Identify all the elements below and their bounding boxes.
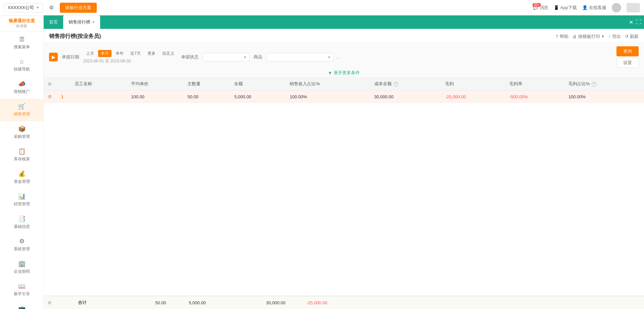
- sidebar-label-purchase: 采购管理: [14, 134, 30, 140]
- settings-icon-button[interactable]: ⚙: [46, 3, 56, 13]
- goods-select-wrapper: ▼: [266, 53, 334, 61]
- shortcut-this-month[interactable]: 本月: [98, 50, 112, 57]
- shortcut-more[interactable]: 更多: [145, 50, 158, 57]
- support-label: 在线客服: [589, 5, 606, 11]
- sales-icon: 🛒: [18, 103, 26, 110]
- help-button[interactable]: ? 帮助: [556, 34, 568, 40]
- gross-pct-info-icon[interactable]: ?: [592, 82, 596, 87]
- sidebar-item-guide[interactable]: 📖 新手引导: [0, 278, 43, 301]
- footer-gear-icon: ⚙: [48, 300, 52, 305]
- page-actions: ? 帮助 🖨 按模板打印 ▼ ↑ 导出 ↺: [556, 34, 639, 40]
- col-gross-pct: 毛利占比% ?: [564, 78, 644, 91]
- table-container: ⚙ 员工名称 平均单价 主数量 全额 销售收入占比% 成本全额 ?: [44, 78, 644, 296]
- col-employee-name: 员工名称: [71, 78, 127, 91]
- export-button[interactable]: ↑ 导出: [609, 34, 621, 40]
- row-gear-cell: ⚙: [44, 91, 57, 103]
- sidebar-item-app-center[interactable]: 📺 应用中心: [0, 301, 43, 309]
- sidebar-label-marketing: 营销推广: [14, 89, 30, 95]
- status-select[interactable]: [203, 53, 250, 61]
- sidebar-label-sales: 销售管理: [14, 111, 30, 117]
- row-gross-rate-cell: -500.00%: [505, 91, 564, 103]
- action-buttons: 查询 设置: [616, 46, 639, 68]
- tab-maximize-icon[interactable]: ⛶: [636, 19, 641, 25]
- trial-button[interactable]: 体验行业方案: [60, 3, 97, 13]
- tab-sales-ranking-label: 销售排行榜: [69, 19, 90, 25]
- user-name-area: [627, 3, 640, 12]
- filter-area: ▶ 单据日期 上月 本月 本年 近7天 更多 自定义: [44, 43, 644, 78]
- expand-more-button[interactable]: ▼ 展开更多条件: [328, 70, 360, 76]
- finance-icon: 💰: [18, 170, 26, 177]
- goods-label: 商品: [254, 54, 262, 60]
- tab-bar: 首页 销售排行榜 × ✕ ⛶: [44, 15, 644, 29]
- goods-more-icon[interactable]: ...: [335, 53, 341, 61]
- sidebar-item-purchase[interactable]: 📦 采购管理: [0, 121, 43, 144]
- sidebar-item-search-order[interactable]: ☰ 搜索菜单: [0, 32, 43, 54]
- messages-button[interactable]: 💬 99+ 消息: [533, 5, 548, 11]
- message-badge: 99+: [532, 3, 541, 7]
- table-footer: ⚙ 合计 50.00 5,000.00: [44, 296, 644, 309]
- date-label: 单据日期: [62, 54, 79, 60]
- row-avg-price-cell: 100.00: [127, 91, 183, 103]
- sidebar-label-finance: 资金管理: [14, 179, 30, 185]
- top-bar-right: 💬 99+ 消息 📱 App下载 👤 在线客服: [533, 3, 640, 12]
- tab-close-icon[interactable]: ×: [92, 20, 95, 24]
- row-rank-value: 1: [61, 94, 63, 99]
- row-gear-icon[interactable]: ⚙: [48, 94, 52, 99]
- footer-gross-profit-value: -25,000.00: [306, 300, 327, 305]
- row-gross-pct-cell: 100.00%: [564, 91, 644, 103]
- sidebar-item-sales[interactable]: 🛒 销售管理: [0, 99, 43, 121]
- col-avg-price: 平均单价: [127, 78, 183, 91]
- print-template-button[interactable]: 🖨 按模板打印 ▼: [572, 34, 605, 40]
- search-button[interactable]: 查询: [616, 46, 639, 56]
- sidebar-item-shortcut[interactable]: ⌂ 快捷导航: [0, 54, 43, 76]
- settings-button[interactable]: 设置: [616, 58, 639, 68]
- refresh-label: 刷新: [630, 34, 639, 40]
- footer-quantity-area: 50.00: [155, 300, 189, 305]
- tab-close-window-icon[interactable]: ✕: [629, 19, 633, 25]
- filter-toggle-button[interactable]: ▶: [49, 53, 58, 61]
- sidebar-item-inventory[interactable]: 📋 库存核算: [0, 144, 43, 166]
- sidebar-item-basic[interactable]: 📑 基础信息: [0, 211, 43, 234]
- sidebar-label-system: 系统管理: [14, 246, 30, 252]
- sidebar-item-finance[interactable]: 💰 资金管理: [0, 166, 43, 189]
- app-download-button[interactable]: 📱 App下载: [554, 5, 577, 11]
- footer-cost-amount-area: 30,000.00: [266, 300, 306, 305]
- row-sales-pct-cell: 100.00%: [286, 91, 370, 103]
- help-label: 帮助: [560, 34, 568, 40]
- column-settings-icon[interactable]: ⚙: [48, 82, 52, 87]
- date-filter-group: 上月 本月 本年 近7天 更多 自定义 2023-06-01 至 2023-06…: [83, 50, 177, 64]
- footer-amount-value: 5,000.00: [189, 300, 206, 305]
- sidebar-item-enterprise[interactable]: 🏢 企业协同: [0, 256, 43, 278]
- right-panel: 首页 销售排行榜 × ✕ ⛶ 销售排行榜(按业务员): [44, 15, 644, 309]
- messages-label: 消息: [540, 5, 548, 11]
- date-shortcuts: 上月 本月 本年 近7天 更多 自定义: [83, 50, 177, 57]
- refresh-button[interactable]: ↺ 刷新: [625, 34, 639, 40]
- page-title: 销售排行榜(按业务员): [49, 33, 101, 40]
- col-gross-rate: 毛利率: [505, 78, 564, 91]
- app-sub: 标准版: [16, 23, 27, 29]
- sidebar-item-operation[interactable]: 📊 经营管理: [0, 189, 43, 211]
- refresh-icon: ↺: [625, 34, 629, 39]
- company-selector[interactable]: XXXXXX公司 ▼: [4, 3, 43, 12]
- online-support-button[interactable]: 👤 在线客服: [582, 5, 606, 11]
- date-range-display: 2023-06-01 至 2023-06-30: [83, 58, 177, 64]
- avatar[interactable]: [612, 3, 621, 12]
- shortcut-custom[interactable]: 自定义: [160, 50, 177, 57]
- shortcut-icon: ⌂: [20, 58, 24, 65]
- cost-info-icon[interactable]: ?: [393, 82, 398, 87]
- table-header: ⚙ 员工名称 平均单价 主数量 全额 销售收入占比% 成本全额 ?: [44, 78, 644, 91]
- sidebar-item-marketing[interactable]: 📣 营销推广: [0, 76, 43, 99]
- shortcut-last-month[interactable]: 上月: [83, 50, 97, 57]
- shortcut-7days[interactable]: 近7天: [128, 50, 143, 57]
- row-gross-pct-value: 100.00%: [568, 94, 586, 99]
- sidebar-item-system[interactable]: ⚙ 系统管理: [0, 234, 43, 256]
- table-row: ⚙ 1 100.00: [44, 91, 644, 103]
- footer-quantity-value: 50.00: [155, 300, 166, 305]
- goods-input[interactable]: [266, 53, 334, 61]
- row-rank-cell: 1: [57, 91, 71, 103]
- marketing-icon: 📣: [18, 80, 26, 88]
- print-chevron-icon: ▼: [601, 35, 605, 38]
- shortcut-this-year[interactable]: 本年: [113, 50, 126, 57]
- tab-home[interactable]: 首页: [44, 15, 63, 29]
- tab-sales-ranking[interactable]: 销售排行榜 ×: [63, 15, 100, 29]
